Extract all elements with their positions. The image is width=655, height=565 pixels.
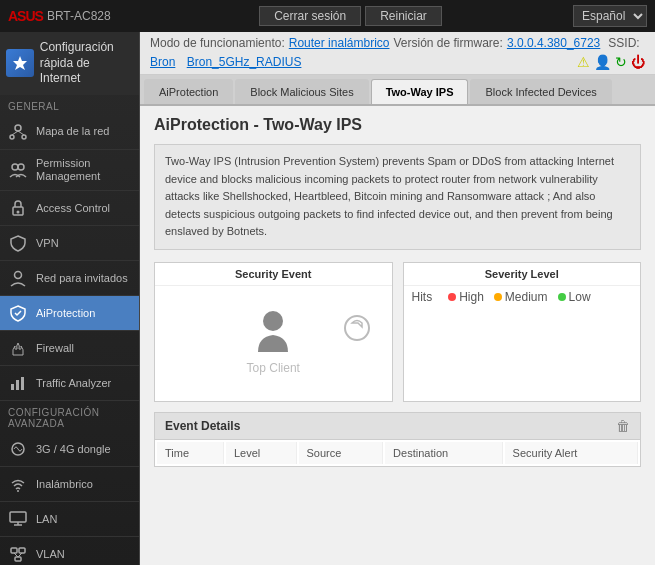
sidebar-item-permission[interactable]: Permission Management: [0, 150, 139, 191]
top-bar: ASUS BRT-AC828 Cerrar sesión Reiniciar E…: [0, 0, 655, 32]
person-icon: [253, 307, 293, 357]
sidebar-item-3g-dongle[interactable]: 3G / 4G dongle: [0, 432, 139, 467]
svg-line-5: [18, 131, 24, 135]
traffic-analyzer-label: Traffic Analyzer: [36, 377, 111, 390]
aiprotection-icon: [8, 303, 28, 323]
close-session-button[interactable]: Cerrar sesión: [259, 6, 361, 26]
event-details-panel: Event Details 🗑 Time Level Source Destin…: [154, 412, 641, 467]
svg-point-27: [263, 311, 283, 331]
lan-label: LAN: [36, 513, 57, 526]
event-table: Time Level Source Destination Security A…: [155, 440, 640, 466]
tabs: AiProtection Block Malicious Sites Two-W…: [140, 75, 655, 106]
security-event-body: Top Client: [155, 286, 392, 396]
svg-line-4: [12, 131, 18, 135]
col-destination: Destination: [385, 442, 502, 464]
ssid2-link[interactable]: Bron_5GHz_RADIUS: [187, 55, 302, 69]
firewall-icon: [8, 338, 28, 358]
topbar-center: Cerrar sesión Reiniciar: [128, 6, 573, 26]
sidebar-item-wireless[interactable]: Inalámbrico: [0, 467, 139, 502]
3g-dongle-icon: [8, 439, 28, 459]
svg-point-10: [15, 272, 22, 279]
low-label: Low: [569, 290, 591, 304]
sidebar-item-aiprotection[interactable]: AiProtection: [0, 296, 139, 331]
model-name: BRT-AC828: [47, 9, 111, 23]
mode-prefix: Modo de funcionamiento:: [150, 36, 285, 50]
tab-two-way-ips[interactable]: Two-Way IPS: [371, 79, 469, 104]
mode-bar: Modo de funcionamiento: Router inalámbri…: [140, 32, 655, 75]
aiprotection-label: AiProtection: [36, 307, 95, 320]
section-advanced-label: Configuración avanzada: [0, 401, 139, 432]
event-details-title: Event Details: [165, 419, 240, 433]
asus-logo: ASUS: [8, 8, 43, 24]
delete-icon[interactable]: 🗑: [616, 418, 630, 434]
svg-rect-20: [19, 548, 25, 553]
event-table-header: Time Level Source Destination Security A…: [157, 442, 638, 464]
ssid-prefix: SSID:: [608, 36, 639, 50]
quick-setup-icon: [6, 49, 34, 77]
logo-area: ASUS BRT-AC828: [8, 8, 128, 24]
svg-rect-11: [11, 384, 14, 390]
medium-dot: [494, 293, 502, 301]
high-label: High: [459, 290, 484, 304]
severity-level-title: Severity Level: [404, 263, 641, 286]
page-content: AiProtection - Two-Way IPS Two-Way IPS (…: [140, 106, 655, 565]
svg-rect-13: [21, 377, 24, 390]
svg-rect-21: [15, 557, 21, 561]
vpn-label: VPN: [36, 237, 59, 250]
3g-dongle-label: 3G / 4G dongle: [36, 443, 111, 456]
sidebar-item-lan[interactable]: LAN: [0, 502, 139, 537]
tab-block-malicious[interactable]: Block Malicious Sites: [235, 79, 368, 104]
sidebar-item-traffic-analyzer[interactable]: Traffic Analyzer: [0, 366, 139, 401]
legend-row: Hits High Medium Low: [404, 286, 641, 308]
main-layout: Configuración rápida de Internet General…: [0, 32, 655, 565]
sidebar-item-vpn[interactable]: VPN: [0, 226, 139, 261]
svg-point-7: [18, 164, 24, 170]
security-event-title: Security Event: [155, 263, 392, 286]
restart-button[interactable]: Reiniciar: [365, 6, 442, 26]
sidebar-item-network-map[interactable]: Mapa de la red: [0, 115, 139, 150]
firmware-prefix: Versión de firmware:: [393, 36, 502, 50]
svg-marker-0: [13, 56, 27, 70]
sidebar: Configuración rápida de Internet General…: [0, 32, 140, 565]
col-time: Time: [157, 442, 224, 464]
sidebar-item-access-control[interactable]: Access Control: [0, 191, 139, 226]
severity-level-panel: Severity Level Hits High Medium: [403, 262, 642, 402]
svg-rect-12: [16, 380, 19, 390]
ssid1-link[interactable]: Bron: [150, 55, 175, 69]
svg-point-1: [15, 125, 21, 131]
access-control-label: Access Control: [36, 202, 110, 215]
user-icon: 👤: [594, 54, 611, 70]
low-dot: [558, 293, 566, 301]
refresh-icon[interactable]: ↻: [615, 54, 627, 70]
wireless-icon: [8, 474, 28, 494]
page-title: AiProtection - Two-Way IPS: [154, 116, 641, 134]
medium-label: Medium: [505, 290, 548, 304]
lan-icon: [8, 509, 28, 529]
firmware-version-link[interactable]: 3.0.0.4.380_6723: [507, 36, 600, 50]
router-mode-link[interactable]: Router inalámbrico: [289, 36, 390, 50]
vlan-icon: [8, 544, 28, 564]
permission-icon: [8, 160, 28, 180]
warning-icon: ⚠: [577, 54, 590, 70]
svg-point-2: [10, 135, 14, 139]
power-icon[interactable]: ⏻: [631, 54, 645, 70]
permission-label: Permission Management: [36, 157, 131, 183]
col-security-alert: Security Alert: [505, 442, 638, 464]
svg-point-6: [12, 164, 18, 170]
tab-block-infected[interactable]: Block Infected Devices: [470, 79, 611, 104]
tab-aiprotection[interactable]: AiProtection: [144, 79, 233, 104]
quick-setup-label: Configuración rápida de Internet: [40, 40, 133, 87]
vlan-label: VLAN: [36, 548, 65, 561]
svg-point-9: [17, 211, 20, 214]
charts-row: Security Event Top Client: [154, 262, 641, 402]
firewall-label: Firewall: [36, 342, 74, 355]
access-control-icon: [8, 198, 28, 218]
severity-chart-body: [404, 308, 641, 398]
guest-network-icon: [8, 268, 28, 288]
language-select[interactable]: Español: [573, 5, 647, 27]
network-map-icon: [8, 122, 28, 142]
sidebar-quick-setup[interactable]: Configuración rápida de Internet: [0, 32, 139, 95]
sidebar-item-vlan[interactable]: VLAN: [0, 537, 139, 565]
sidebar-item-firewall[interactable]: Firewall: [0, 331, 139, 366]
sidebar-item-guest-network[interactable]: Red para invitados: [0, 261, 139, 296]
